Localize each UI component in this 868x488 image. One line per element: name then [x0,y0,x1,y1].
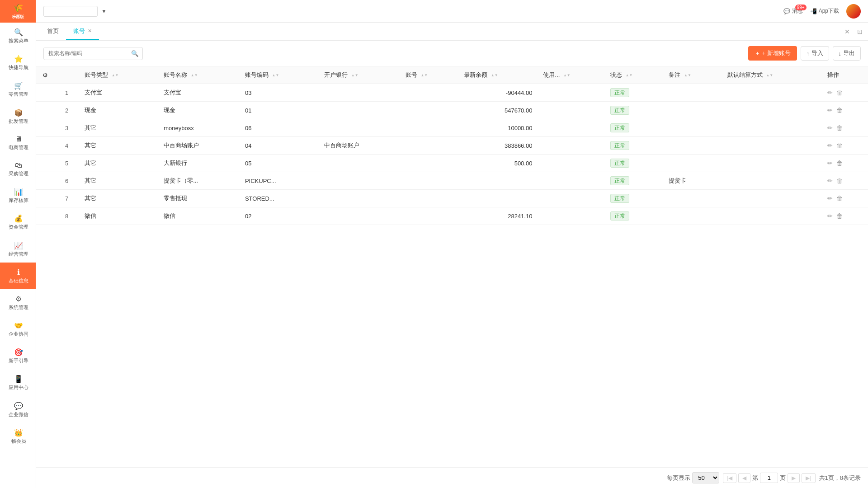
status-badge: 正常 [610,159,629,168]
row-settlement [722,155,822,172]
sidebar-item-wholesale[interactable]: 📦 批发管理 [0,103,36,130]
row-name: 提货卡（零... [158,172,240,190]
row-num: 1 [54,84,79,102]
delete-icon[interactable]: 🗑 [836,212,843,220]
row-usage [538,155,605,172]
sidebar-item-quick-nav[interactable]: ⭐ 快捷导航 [0,49,36,76]
sidebar-item-operations[interactable]: 📈 经营管理 [0,236,36,263]
accounts-table-container: ⚙ 账号类型 ▲▼ 账号名称 ▲▼ 账号编码 [36,66,868,467]
delete-icon[interactable]: 🗑 [836,89,843,96]
enterprise-icon: 🤝 [14,321,23,330]
edit-icon[interactable]: ✏ [827,160,833,167]
row-type: 其它 [79,155,158,172]
edit-icon[interactable]: ✏ [827,124,833,131]
page-input[interactable] [760,473,778,483]
sidebar-item-purchase[interactable]: 🛍 采购管理 [0,156,36,182]
row-actions: ✏ 🗑 [822,84,868,102]
tab-account[interactable]: 账号 ✕ [66,23,99,40]
row-name: 中百商场账户 [158,137,240,155]
delete-icon[interactable]: 🗑 [836,107,843,114]
th-remark[interactable]: 备注 ▲▼ [663,66,722,84]
export-button[interactable]: ↓ 导出 [833,46,861,61]
th-status[interactable]: 状态 ▲▼ [605,66,663,84]
header-dropdown-btn[interactable]: ▼ [101,8,107,14]
last-page-btn[interactable]: ▶| [802,473,815,483]
th-type[interactable]: 账号类型 ▲▼ [79,66,158,84]
edit-icon[interactable]: ✏ [827,195,833,202]
edit-icon[interactable]: ✏ [827,107,833,114]
row-actions: ✏ 🗑 [822,137,868,155]
retail-label: 零售管理 [9,91,28,97]
sidebar-item-finance[interactable]: 💰 资金管理 [0,209,36,235]
table-row: 7 其它 零售抵现 STORED... 正常 ✏ 🗑 [36,190,868,207]
th-account[interactable]: 账号 ▲▼ [400,66,458,84]
row-settlement [722,84,822,102]
user-avatar[interactable] [846,4,861,19]
row-usage [538,119,605,137]
sidebar-item-wechat-work[interactable]: 💬 企业微信 [0,396,36,423]
vip-icon: 👑 [14,428,23,437]
delete-icon[interactable]: 🗑 [836,124,843,131]
sidebar-item-guide[interactable]: 🎯 新手引导 [0,343,36,369]
row-account [400,137,458,155]
edit-icon[interactable]: ✏ [827,177,833,184]
import-button[interactable]: ↑ 导入 [801,46,829,61]
sidebar-item-retail[interactable]: 🛒 零售管理 [0,76,36,103]
th-settings[interactable]: ⚙ [36,66,54,84]
th-balance[interactable]: 最新余额 ▲▼ [458,66,538,84]
wholesale-label: 批发管理 [9,118,28,124]
delete-icon[interactable]: 🗑 [836,160,843,167]
quick-nav-label: 快捷导航 [9,65,28,70]
row-remark [663,207,722,225]
th-usage[interactable]: 使用... ▲▼ [538,66,605,84]
sidebar-item-app-center[interactable]: 📱 应用中心 [0,369,36,396]
header-search-input[interactable] [43,6,98,17]
app-download-btn[interactable]: 📲 App下载 [810,7,839,15]
tab-expand-btn[interactable]: ⊡ [855,27,864,36]
delete-icon[interactable]: 🗑 [836,177,843,184]
row-code: 02 [240,207,319,225]
search-submit-btn[interactable]: 🔍 [127,47,142,60]
sidebar-item-system[interactable]: ⚙ 系统管理 [0,289,36,316]
edit-icon[interactable]: ✏ [827,142,833,149]
th-code[interactable]: 账号编码 ▲▼ [240,66,319,84]
wechat-work-label: 企业微信 [9,412,28,418]
next-page-btn[interactable]: ▶ [788,473,800,483]
tab-close-btn[interactable]: ✕ [843,27,852,36]
row-remark [663,190,722,207]
tab-bar-actions: ✕ ⊡ [843,27,864,36]
delete-icon[interactable]: 🗑 [836,195,843,202]
row-status: 正常 [605,155,663,172]
row-balance: 28241.10 [458,207,538,225]
edit-icon[interactable]: ✏ [827,89,833,96]
sidebar-item-ecommerce[interactable]: 🖥 电商管理 [0,130,36,156]
sidebar-item-basic-info[interactable]: ℹ 基础信息 [0,263,36,289]
sidebar-item-search-menu[interactable]: 🔍 搜索菜单 [0,23,36,49]
tab-account-close[interactable]: ✕ [88,28,92,33]
sidebar-item-enterprise[interactable]: 🤝 企业协同 [0,316,36,343]
delete-icon[interactable]: 🗑 [836,142,843,149]
row-bank [319,84,400,102]
inventory-label: 库存核算 [9,197,28,203]
row-usage [538,137,605,155]
purchase-label: 采购管理 [9,171,28,177]
row-code: 04 [240,137,319,155]
th-name[interactable]: 账号名称 ▲▼ [158,66,240,84]
sidebar-item-inventory[interactable]: 📊 库存核算 [0,182,36,209]
th-bank[interactable]: 开户银行 ▲▼ [319,66,400,84]
tab-home[interactable]: 首页 [40,23,66,40]
account-search-input[interactable] [44,47,127,59]
sidebar-item-vip[interactable]: 👑 畅会员 [0,423,36,450]
th-settlement[interactable]: 默认结算方式 ▲▼ [722,66,822,84]
message-btn[interactable]: 💬 消息 99+ [783,7,803,15]
prev-page-btn[interactable]: ◀ [738,473,750,483]
first-page-btn[interactable]: |◀ [723,473,736,483]
edit-icon[interactable]: ✏ [827,212,833,220]
row-usage [538,190,605,207]
table-row: 1 支付宝 支付宝 03 -90444.00 正常 ✏ 🗑 [36,84,868,102]
row-settlement [722,119,822,137]
page-size-select: 每页显示 50 20 100 [667,472,719,483]
row-settlement [722,172,822,190]
per-page-select[interactable]: 50 20 100 [692,472,719,483]
add-account-button[interactable]: ＋ + 新增账号 [748,46,797,61]
